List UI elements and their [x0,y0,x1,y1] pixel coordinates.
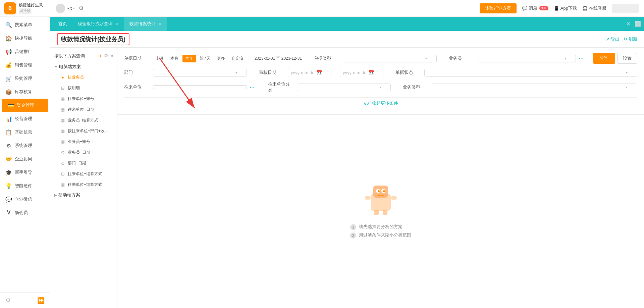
date-tab-this-year[interactable]: 本年 [182,55,196,62]
business-type-select[interactable]: ▾ [432,84,637,91]
scheme-item-partner-payment1[interactable]: ⊞ 往来单位+结算方式 [50,168,117,179]
sidebar-item-purchase[interactable]: 🛒 采购管理 [0,72,50,85]
purchase-icon: 🛒 [5,75,12,82]
sidebar-item-label: 系统管理 [15,143,32,149]
page-area: 收款情况统计(按业务员) ↗ 导出 ↻ 刷新 [50,31,644,308]
basics-icon: 📋 [5,129,12,136]
tab-collection[interactable]: 收款情况统计 ✕ [124,17,167,31]
sidebar-item-search[interactable]: 🔍 搜索菜单 [0,18,50,32]
scheme-salesman-date-icon: ⊙ [60,149,66,155]
sidebar-item-operations[interactable]: 📊 经营管理 [0,112,50,125]
online-service-button[interactable]: 🎧 在线客服 [582,5,606,11]
scheme-item-partner-date[interactable]: ▦ 往来单位+日期 [50,104,117,115]
search-icon: 🔍 [5,21,12,28]
salesman-more-icon[interactable]: ··· [577,55,585,62]
tab-bank-flow-close[interactable]: ✕ [115,21,119,26]
counterpart-category-select[interactable]: ▾ [297,84,391,91]
close-window-icon[interactable]: ✕ [626,21,631,27]
scheme-settings-icon[interactable]: ⚙ [104,53,108,59]
sidebar-item-guide[interactable]: 🎓 新手引导 [0,166,50,179]
bill-status-select[interactable]: ▾ [424,69,637,76]
scheme-item-partner-dept[interactable]: ▦ 按往来单位+部门+收... [50,125,117,136]
desktop-group-header[interactable]: ▼ 电脑端方案 [50,62,117,72]
mobile-group-label: 移动端方案 [58,192,80,198]
hardware-icon: 💡 [5,183,12,189]
date-tab-last-month[interactable]: 上月 [153,55,166,62]
query-button[interactable]: 查询 [593,53,615,64]
calendar-to-icon[interactable]: 📅 [369,70,374,75]
dept-select[interactable]: ▾ [153,69,247,76]
trial-button[interactable]: 体验行业方案 [480,3,517,13]
sidebar-item-marketing[interactable]: 📢 营销推广 [0,45,50,58]
logo-icon: 6 [4,2,16,14]
salesman-select[interactable]: ▾ [478,55,576,62]
sidebar-item-sales[interactable]: 💰 销售管理 [0,58,50,72]
sidebar-item-system[interactable]: ⚙ 系统管理 [0,139,50,152]
business-type-label: 业务类型 [403,84,426,90]
tab-bank-flow[interactable]: 现金银行流水查询 ✕ [72,17,124,31]
tab-home[interactable]: 首页 [53,17,72,31]
app-download-button[interactable]: 📱 App下载 [554,5,577,11]
counterpart-select[interactable] [153,85,247,89]
sidebar-item-label: 企业协同 [15,156,32,162]
scheme-item-partner-account[interactable]: ▦ 往来单位+账号 [50,93,117,104]
collab-icon: 🤝 [5,156,12,162]
export-button[interactable]: ↗ 导出 [606,36,620,42]
maximize-window-icon[interactable]: ⬜ [635,21,641,27]
date-tabs: 上月 本月 本年 近7天 更多 自定义 [153,55,247,62]
bill-type-select[interactable]: ▾ [343,55,437,62]
scheme-item-dept-date[interactable]: ⊙ 部门+日期 [50,158,117,168]
sidebar-settings-icon[interactable]: ⚙ [5,297,11,304]
sidebar-item-label: 库存核算 [15,89,32,95]
date-tab-custom[interactable]: 自定义 [229,55,247,62]
user-name: Rit [66,6,72,11]
avatar [56,4,65,13]
user-area[interactable]: Rit ▾ [56,4,75,13]
scheme-item-salesman-date[interactable]: ⊙ 业务员+日期 [50,147,117,158]
scheme-item-label: 业务员+日期 [68,150,90,155]
sidebar-item-inventory[interactable]: 📦 库存核算 [0,85,50,99]
collapse-filter-button[interactable]: ∧∧ 收起更多条件 [124,97,637,109]
sidebar-item-wechat[interactable]: 💬 企业微信 [0,193,50,206]
empty-step-1: 1 请先选择要分析的方案 [350,224,411,230]
refresh-button[interactable]: ↻ 刷新 [624,36,637,42]
settings-button[interactable]: 设置 [617,53,637,64]
scheme-item-label: 往来单位+结算方式 [68,182,102,188]
scheme-item-detail[interactable]: ⊞ 按明细 [50,83,117,93]
scheme-item-partner-payment2[interactable]: ▦ 往来单位+结算方式 [50,179,117,190]
sidebar-collapse-icon[interactable]: ⏩ [37,297,45,304]
sidebar-item-finance[interactable]: 💳 资金管理 [2,99,48,112]
mobile-group-header[interactable]: ▶ 移动端方案 [50,190,117,200]
scheme-item-label: 按业务员 [68,74,84,80]
sidebar-item-label: 智能硬件 [15,183,32,189]
date-tab-7days[interactable]: 近7天 [197,55,213,62]
bill-type-label: 单据类型 [314,55,337,61]
review-date-from-input[interactable]: yyyy-mm-dd 📅 [288,68,331,77]
svg-point-7 [383,190,385,192]
business-type-arrow-icon: ▾ [626,86,628,89]
sidebar-item-member[interactable]: V 畅会员 [0,206,50,219]
scheme-item-label: 按往来单位+部门+收... [68,128,108,134]
date-tab-this-month[interactable]: 本月 [168,55,181,62]
scheme-item-by-salesman[interactable]: ● 按业务员 [50,72,117,83]
sidebar-item-hardware[interactable]: 💡 智能硬件 [0,179,50,193]
collapse-panel-icon[interactable]: « [110,53,113,59]
sidebar-item-basics[interactable]: 📋 基础信息 [0,125,50,139]
tab-collection-close[interactable]: ✕ [158,21,162,26]
topbar-gear-icon[interactable]: ⚙ [79,5,84,11]
calendar-from-icon[interactable]: 📅 [317,70,322,75]
scheme-item-salesman-account[interactable]: ▦ 业务员+账号 [50,136,117,147]
sidebar-item-quicknav[interactable]: 🏠 快捷导航 [0,32,50,45]
counterpart-more-icon[interactable]: ··· [248,84,256,91]
inventory-icon: 📦 [5,89,12,95]
collapse-icon: ∧∧ [363,101,370,106]
messages-button[interactable]: 💬 消息 99+ [522,5,548,11]
sidebar-item-collab[interactable]: 🤝 企业协同 [0,152,50,166]
date-tab-more[interactable]: 更多 [214,55,228,62]
bill-type-arrow-icon: ▾ [425,57,427,60]
filter-area: 单据日期 上月 本月 本年 近7天 更多 自定义 2023-01-01 至 20… [117,48,644,115]
review-date-to-input[interactable]: yyyy-mm-dd 📅 [340,68,383,77]
add-scheme-icon[interactable]: + [99,53,102,59]
guide-icon: 🎓 [5,169,12,176]
scheme-item-salesman-payment[interactable]: ▦ 业务员+结算方式 [50,115,117,125]
